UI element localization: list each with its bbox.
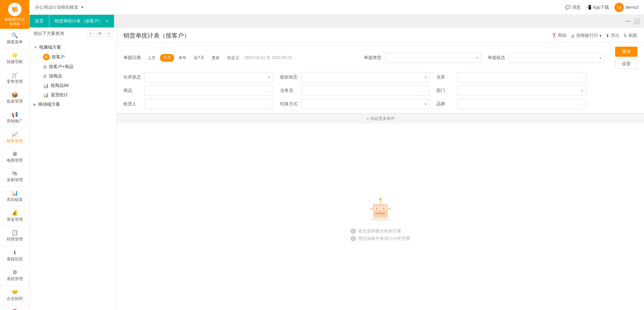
main-area: 办公用品行业模拟账套 ▾ 💬 消息 📲 App下载 Ea demo2 首页 (30, 0, 644, 310)
tree-item-by-product[interactable]: ⊞ 按商品 (32, 71, 116, 81)
sidebar-item-enterprise[interactable]: 🤝 企业协同 (0, 286, 29, 305)
print-btn[interactable]: 🖨 按模板打印 ▾ (571, 33, 602, 39)
sidebar-item-new-guide[interactable]: 🎯 新手引导 (0, 305, 29, 310)
app-download-btn[interactable]: 📲 App下载 (586, 4, 609, 10)
sidebar-item-marketing[interactable]: 📢 营销推广 (0, 108, 29, 128)
tree-item-by-customer-product[interactable]: ⊞ 按客户+商品 (32, 62, 116, 71)
date-btn-this-year[interactable]: 本年 (175, 54, 190, 62)
app-download-label: App下载 (593, 4, 609, 10)
sidebar-item-ecommerce[interactable]: 🖥 电商管理 (0, 148, 29, 167)
app-edition: 标准版 (10, 21, 20, 26)
refresh-icon: ↻ (624, 33, 627, 38)
sidebar-item-basic-info[interactable]: ℹ 基础信息 (0, 246, 29, 266)
dropdown-icon[interactable]: ▾ (81, 5, 84, 10)
app-name: 畅捷通好生意 (5, 17, 25, 21)
print-icon: 🖨 (571, 33, 575, 38)
settings-scheme-btn[interactable]: ⚙ (96, 30, 103, 37)
ecommerce-icon: 🖥 (1, 151, 28, 157)
product-control[interactable]: ··· (145, 86, 273, 96)
tab-minimize-btn[interactable]: — (625, 18, 631, 24)
filter-out-status: 出库状态 ▾ (123, 72, 273, 82)
tree-group-desktop[interactable]: ▼ 电脑端方案 (30, 43, 116, 52)
sidebar-item-search-menu[interactable]: 🔍 搜索菜单 (0, 29, 29, 49)
department-control[interactable]: ▾ (458, 86, 586, 96)
tree-item-returns-stat[interactable]: 📊 退货统计 (32, 90, 116, 100)
tab-home-label: 首页 (35, 18, 44, 24)
order-type-control[interactable]: ▾ (385, 53, 481, 63)
empty-tips: 1 请先选择要分析的方案 2 用过滤条件来缩小分析范围 (351, 227, 410, 243)
add-scheme-btn[interactable]: + (87, 30, 94, 37)
date-btn-more[interactable]: 更多 (209, 54, 223, 62)
messages-btn[interactable]: 💬 消息 (565, 4, 581, 10)
out-status-control[interactable]: ▾ (145, 72, 273, 82)
by-product-99-icon: 📊 (43, 83, 49, 88)
tree-group-mobile[interactable]: ▶ 移动端方案 (30, 100, 116, 109)
tab-home[interactable]: 首页 (30, 15, 49, 28)
system-mgmt-icon: ⚙ (1, 269, 28, 275)
svg-text:✦: ✦ (389, 202, 391, 204)
tree-item-by-product-99[interactable]: 📊 按商品99 (32, 81, 116, 90)
sidebar-item-retail-mgmt[interactable]: 🛒 零售管理 (0, 68, 29, 88)
collapse-panel-btn[interactable]: « (106, 30, 112, 37)
help-btn[interactable]: ❓ 帮助 (551, 33, 567, 39)
recipient-control[interactable]: ··· (145, 99, 273, 109)
tab-sales-stat[interactable]: 销货单统计表（按客户） ✕ (49, 15, 114, 28)
filter-row-1: 单据日期 上月 本月 本年 近7天 更多 自定义 2023-03-01 至 20… (123, 47, 637, 69)
sidebar-sales-label: 销售管理 (1, 138, 28, 144)
salesperson-label: 业务员 (280, 88, 299, 94)
payment-method-control[interactable]: ▾ (301, 99, 430, 109)
order-status-control[interactable]: ▾ (509, 53, 605, 63)
filter-payment-method: 结算方式 ▾ (280, 99, 430, 109)
sidebar-item-inventory[interactable]: 📊 库存核算 (0, 187, 29, 206)
product-label: 商品 (123, 88, 142, 94)
refresh-btn[interactable]: ↻ 刷新 (624, 33, 637, 39)
collapse-more-conditions[interactable]: ∧ 收起更多条件 (117, 113, 644, 123)
filter-recipient: 收货人 ··· (123, 99, 273, 109)
sidebar-item-sales-mgmt[interactable]: 📈 销售管理 (0, 128, 29, 148)
query-button[interactable]: 查询 (615, 47, 637, 57)
date-btn-last-7-days[interactable]: 近7天 (191, 54, 207, 62)
receipt-status-control[interactable]: ▾ (301, 72, 430, 82)
sidebar-item-business-mgmt[interactable]: 📋 经营管理 (0, 226, 29, 246)
svg-point-4 (376, 207, 378, 209)
tab-sales-stat-label: 销货单统计表（按客户） (55, 18, 103, 24)
collapse-icon: « (108, 31, 110, 36)
sidebar-business-label: 经营管理 (1, 237, 28, 242)
by-product-icon: ⊞ (43, 73, 47, 79)
sidebar-item-system-mgmt[interactable]: ⚙ 系统管理 (0, 266, 29, 286)
sidebar-inventory-label: 库存核算 (1, 197, 28, 203)
sidebar-logo: 畅 畅捷通好生意 标准版 (0, 0, 29, 29)
salesperson-control[interactable]: ··· (301, 86, 430, 96)
date-btn-custom[interactable]: 自定义 (224, 54, 242, 62)
username: demo2 (625, 5, 639, 10)
sidebar-item-wholesale-mgmt[interactable]: 📦 批发管理 (0, 88, 29, 108)
tab-close-icon[interactable]: ✕ (105, 19, 109, 23)
receipt-status-dropdown-icon: ▾ (425, 75, 427, 80)
filter-receipt-status: 收款状态 ▾ (280, 72, 430, 82)
retail-mgmt-icon: 🛒 (1, 72, 28, 78)
sidebar-item-purchase-mgmt[interactable]: 🛍 采购管理 (0, 167, 29, 187)
date-btn-last-month[interactable]: 上月 (145, 54, 159, 62)
tab-bar: 首页 销货单统计表（按客户） ✕ — ⬜ (30, 15, 644, 28)
warehouse-control[interactable]: ··· (458, 72, 586, 82)
tree-item-by-customer[interactable]: 按 按客户 (32, 52, 116, 62)
export-btn[interactable]: ⬇ 导出 (606, 33, 620, 39)
add-icon: + (89, 31, 91, 36)
tab-maximize-btn[interactable]: ⬜ (633, 18, 640, 24)
date-btn-this-month[interactable]: 本月 (160, 54, 174, 62)
sidebar-item-finance[interactable]: 💰 资金管理 (0, 206, 29, 226)
settings-button[interactable]: 设置 (615, 59, 637, 69)
user-menu[interactable]: Ea demo2 (614, 3, 639, 12)
date-range-display: 2023-03-01 至 2023-03-31 (245, 55, 292, 61)
product-dots-icon: ··· (265, 88, 270, 93)
message-icon: 💬 (565, 5, 571, 10)
help-label: 帮助 (558, 33, 567, 39)
sidebar-system-label: 系统管理 (1, 276, 28, 282)
salesperson-dots-icon: ··· (421, 88, 427, 93)
tree-children-desktop: 按 按客户 ⊞ 按客户+商品 ⊞ 按商品 📊 (30, 52, 116, 100)
tree-item-returns-stat-label: 退货统计 (51, 92, 68, 98)
sidebar-item-quick-nav[interactable]: ⭐ 快捷导航 (0, 49, 29, 68)
filter-department: 部门 ▾ (436, 86, 586, 96)
brand-control[interactable]: ··· (458, 99, 586, 109)
left-panel-actions: + ⚙ « (87, 30, 112, 37)
